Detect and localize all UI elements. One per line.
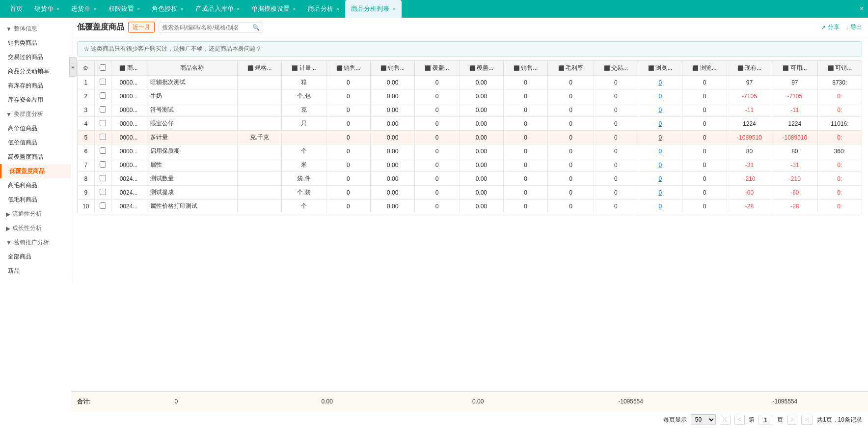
cell-browse1[interactable]: 0 <box>638 76 682 89</box>
sidebar-item-新品[interactable]: 新品 <box>0 264 71 278</box>
sidebar-item-交易过的商品[interactable]: 交易过的商品 <box>0 50 71 64</box>
row-checkbox[interactable] <box>100 175 106 181</box>
row-checkbox[interactable] <box>100 189 106 195</box>
settings-icon[interactable]: ⚙ <box>83 65 88 72</box>
sidebar-item-有库存的商品[interactable]: 有库存的商品 <box>0 79 71 93</box>
col-header-spec[interactable]: ⬛ 规格... <box>238 61 282 76</box>
cell-checkbox[interactable] <box>94 158 111 172</box>
row-checkbox[interactable] <box>100 147 106 154</box>
sidebar-item-低毛利商品[interactable]: 低毛利商品 <box>0 193 71 207</box>
sidebar-item-全部商品[interactable]: 全部商品 <box>0 250 71 264</box>
cell-browse1[interactable]: 0 <box>638 186 682 200</box>
sidebar-section-流通性分析[interactable]: ▶流通性分析 <box>0 207 71 221</box>
nav-close-icon[interactable]: × <box>180 6 183 12</box>
col-header-unit[interactable]: ⬛ 计量... <box>282 61 326 76</box>
col-header-browse1[interactable]: ⬛ 浏览... <box>638 61 682 76</box>
collapse-button[interactable]: « <box>69 57 77 77</box>
nav-item-销货单[interactable]: 销货单× <box>28 0 65 18</box>
nav-close-icon[interactable]: × <box>56 6 59 12</box>
cell-checkbox[interactable] <box>94 117 111 131</box>
cell-browse1[interactable]: 0 <box>638 172 682 186</box>
nav-close-icon[interactable]: × <box>237 6 240 12</box>
cell-checkbox[interactable] <box>94 172 111 186</box>
nav-close-icon[interactable]: × <box>392 6 395 12</box>
row-checkbox[interactable] <box>100 202 106 209</box>
row-checkbox[interactable] <box>100 92 106 99</box>
cell-checkbox[interactable] <box>94 76 111 89</box>
prev-page-button[interactable]: < <box>734 415 745 425</box>
nav-item-商品分析列表[interactable]: 商品分析列表× <box>345 0 401 18</box>
nav-item-单据模板设置[interactable]: 单据模板设置× <box>245 0 301 18</box>
col-header-available[interactable]: ⬛ 可用... <box>772 61 817 76</box>
sidebar-item-商品分类动销率[interactable]: 商品分类动销率 <box>0 64 71 79</box>
cell-checkbox[interactable] <box>94 89 111 103</box>
cell-browse1[interactable]: 0 <box>638 89 682 103</box>
cell-browse1[interactable]: 0 <box>638 131 682 144</box>
first-page-button[interactable]: K <box>720 415 731 425</box>
share-button[interactable]: ↗ 分享 <box>821 23 840 31</box>
col-header-sales3[interactable]: ⬛ 销售... <box>504 61 548 76</box>
page-size-select[interactable]: 2050100200 <box>691 414 716 425</box>
cell-browse1[interactable]: 0 <box>638 117 682 131</box>
nav-close-icon[interactable]: × <box>293 6 296 12</box>
sidebar-item-高覆盖度商品[interactable]: 高覆盖度商品 <box>0 150 71 164</box>
col-header-checkbox[interactable] <box>94 61 111 76</box>
sidebar-item-低价值商品[interactable]: 低价值商品 <box>0 136 71 150</box>
cell-checkbox[interactable] <box>94 103 111 117</box>
cell-checkbox[interactable] <box>94 131 111 144</box>
sidebar-item-销售类商品[interactable]: 销售类商品 <box>0 36 71 50</box>
next-page-button[interactable]: > <box>787 415 797 425</box>
col-header-transaction[interactable]: ⬛ 交易... <box>594 61 638 76</box>
nav-item-商品分析[interactable]: 商品分析× <box>302 0 345 18</box>
sidebar-item-高价值商品[interactable]: 高价值商品 <box>0 121 71 136</box>
col-header-name[interactable]: 商品名称 <box>146 61 238 76</box>
cell-browse1[interactable]: 0 <box>638 200 682 213</box>
page-input[interactable] <box>759 415 773 425</box>
search-input[interactable] <box>162 24 250 31</box>
nav-close-icon[interactable]: × <box>93 6 96 12</box>
nav-item-进货单[interactable]: 进货单× <box>65 0 102 18</box>
nav-item-首页[interactable]: 首页 <box>4 0 28 18</box>
nav-item-权限设置[interactable]: 权限设置× <box>103 0 146 18</box>
export-button[interactable]: ↓ 导出 <box>845 23 862 31</box>
row-checkbox[interactable] <box>100 106 106 113</box>
row-checkbox[interactable] <box>100 134 106 140</box>
table-container[interactable]: ⚙⬛ 商...商品名称⬛ 规格...⬛ 计量...⬛ 销售...⬛ 销售...⬛… <box>71 60 868 391</box>
row-checkbox[interactable] <box>100 120 106 126</box>
nav-close-icon[interactable]: × <box>336 6 339 12</box>
col-header-coverage1[interactable]: ⬛ 覆盖... <box>415 61 459 76</box>
nav-close-icon[interactable]: × <box>137 6 140 12</box>
nav-item-产成品入库单[interactable]: 产成品入库单× <box>190 0 245 18</box>
col-header-sales2[interactable]: ⬛ 销售... <box>371 61 415 76</box>
cell-browse1[interactable]: 0 <box>638 103 682 117</box>
col-header-browse2[interactable]: ⬛ 浏览... <box>682 61 727 76</box>
cell-checkbox[interactable] <box>94 144 111 158</box>
row-checkbox[interactable] <box>100 79 106 85</box>
sidebar-item-低覆盖度商品[interactable]: 低覆盖度商品 <box>0 164 71 178</box>
sidebar-section-类群度分析[interactable]: ▼类群度分析 <box>0 107 71 121</box>
col-header-current[interactable]: ⬛ 现有... <box>727 61 772 76</box>
col-header-coverage2[interactable]: ⬛ 覆盖... <box>459 61 503 76</box>
cell-checkbox[interactable] <box>94 200 111 213</box>
col-header-saleable[interactable]: ⬛ 可销... <box>817 61 862 76</box>
sidebar-section-营销推广分析[interactable]: ▼营销推广分析 <box>0 235 71 250</box>
col-header-grossMargin[interactable]: ⬛ 毛利率 <box>548 61 594 76</box>
cell-browse1[interactable]: 0 <box>638 158 682 172</box>
nav-item-角色授权[interactable]: 角色授权× <box>146 0 189 18</box>
col-header-settings[interactable]: ⚙ <box>78 61 95 76</box>
cell-checkbox[interactable] <box>94 186 111 200</box>
col-header-code[interactable]: ⬛ 商... <box>111 61 146 76</box>
close-all-button[interactable]: × <box>860 4 864 13</box>
search-icon[interactable]: 🔍 <box>252 24 260 31</box>
cell-browse1[interactable]: 0 <box>638 144 682 158</box>
time-filter-button[interactable]: 近一月 <box>128 22 155 33</box>
sidebar-item-库存资金占用[interactable]: 库存资金占用 <box>0 93 71 107</box>
last-page-button[interactable]: >| <box>801 415 813 425</box>
sidebar-section-成长性分析[interactable]: ▶成长性分析 <box>0 221 71 235</box>
sidebar-section-整体信息[interactable]: ▼整体信息 <box>0 22 71 36</box>
select-all-checkbox[interactable] <box>100 64 106 71</box>
cell-sales1: 0 <box>326 172 370 186</box>
sidebar-item-高毛利商品[interactable]: 高毛利商品 <box>0 178 71 193</box>
row-checkbox[interactable] <box>100 161 106 168</box>
col-header-sales1[interactable]: ⬛ 销售... <box>326 61 370 76</box>
